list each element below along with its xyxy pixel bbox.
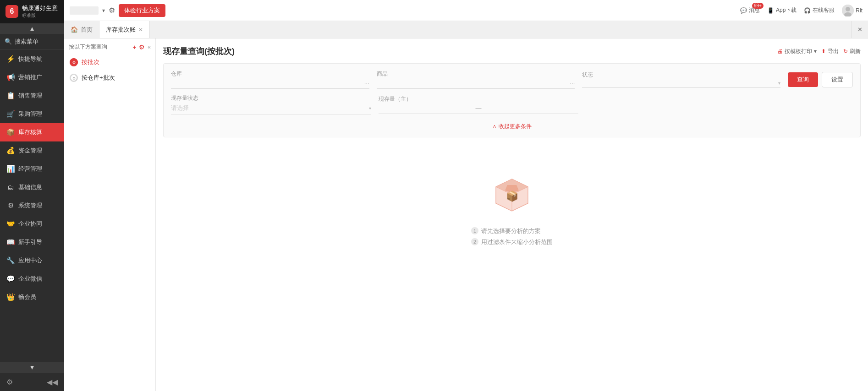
- sidebar-item-label: 营销推广: [18, 73, 42, 81]
- collapse-more-btn[interactable]: ∧ 收起更多条件: [171, 120, 853, 130]
- sidebar-item-label: 采购管理: [18, 110, 42, 118]
- sidebar-scroll-down[interactable]: ▼: [0, 362, 64, 373]
- scheme-header-label: 按以下方案查询: [69, 43, 107, 51]
- settings-bottom-icon[interactable]: ⚙: [6, 378, 13, 386]
- tab-inventory-batch[interactable]: 库存批次账 ✕: [99, 21, 150, 38]
- breadcrumb-dropdown-icon[interactable]: ▾: [102, 7, 105, 14]
- refresh-label: 刷新: [850, 48, 861, 55]
- topbar-settings-icon[interactable]: ⚙: [109, 6, 115, 15]
- collapse-sidebar-icon[interactable]: ◀◀: [47, 378, 58, 386]
- purchase-icon: 🛒: [6, 110, 15, 118]
- tabbar: 🏠 首页 库存批次账 ✕ ✕: [64, 21, 868, 38]
- add-scheme-icon[interactable]: +: [132, 43, 136, 51]
- content-area: 按以下方案查询 + ⚙ « ⚙ 按批次 ⚙ 按仓库+批次: [64, 38, 868, 391]
- user-menu[interactable]: Rit: [842, 5, 863, 16]
- sidebar-scroll-up[interactable]: ▲: [0, 23, 64, 34]
- settings-button[interactable]: 设置: [822, 72, 853, 87]
- operations-icon: 📊: [6, 165, 15, 173]
- stock-qty-from[interactable]: [379, 105, 472, 112]
- sidebar-bottom: ⚙ ◀◀: [0, 373, 64, 391]
- app-download-label: App下载: [776, 6, 797, 14]
- tab-panel-close[interactable]: ✕: [852, 21, 868, 38]
- main-area: ▾ ⚙ 体验行业方案 💬 消息 99+ 📱 App下载 🎧 在线客服: [64, 0, 868, 391]
- tab-home[interactable]: 🏠 首页: [64, 21, 99, 38]
- warehouse-input[interactable]: [171, 80, 362, 87]
- tip-text-2: 用过滤条件来缩小分析范围: [481, 238, 553, 246]
- sidebar-item-system[interactable]: ⚙ 系统管理: [0, 196, 64, 215]
- sidebar-item-label: 企业协同: [18, 220, 42, 228]
- export-label: 导出: [828, 48, 839, 55]
- trial-btn[interactable]: 体验行业方案: [119, 4, 165, 17]
- scheme-collapse-icon[interactable]: «: [148, 44, 151, 50]
- sidebar-item-newbie[interactable]: 📖 新手引导: [0, 233, 64, 251]
- messages-btn[interactable]: 💬 消息 99+: [740, 6, 760, 14]
- scheme-panel: 按以下方案查询 + ⚙ « ⚙ 按批次 ⚙ 按仓库+批次: [64, 38, 156, 391]
- scheme-settings-icon[interactable]: ⚙: [139, 43, 145, 51]
- status-label: 状态: [582, 71, 780, 79]
- sidebar-item-app-center[interactable]: 🔧 应用中心: [0, 251, 64, 270]
- page-actions: 🖨 按模板打印 ▾ ⬆ 导出 ↻ 刷新: [777, 48, 861, 55]
- status-select[interactable]: ▾: [582, 81, 780, 88]
- empty-tip-1: 1 请先选择要分析的方案: [471, 227, 553, 235]
- product-input[interactable]: [377, 80, 567, 87]
- scheme-item-label: 按仓库+批次: [82, 74, 115, 82]
- app-download-btn[interactable]: 📱 App下载: [767, 6, 797, 14]
- svg-text:📦: 📦: [506, 190, 519, 202]
- stock-status-field: 现存量状态 请选择 ▾: [171, 94, 371, 114]
- product-input-row: ···: [377, 80, 575, 89]
- home-icon: 🏠: [71, 26, 78, 33]
- sidebar-item-label: 企业微信: [18, 275, 42, 283]
- sidebar-item-marketing[interactable]: 📢 营销推广: [0, 68, 64, 87]
- svg-point-1: [846, 7, 850, 11]
- stock-qty-to[interactable]: [485, 105, 579, 112]
- app-center-icon: 🔧: [6, 256, 15, 265]
- sidebar-item-label: 基础信息: [18, 183, 42, 191]
- tab-close-icon[interactable]: ✕: [138, 27, 143, 33]
- filter-row-1: 仓库 ··· 商品 ···: [171, 70, 853, 89]
- query-button[interactable]: 查询: [788, 72, 818, 87]
- tab-inventory-label: 库存批次账: [106, 26, 136, 34]
- stock-status-select[interactable]: 请选择 ▾: [171, 104, 371, 114]
- stock-qty-label: 现存量（主）: [379, 95, 579, 103]
- tip-text-1: 请先选择要分析的方案: [481, 227, 541, 235]
- sidebar-item-label: 新手引导: [18, 238, 42, 246]
- sidebar-item-operations[interactable]: 📊 经营管理: [0, 160, 64, 178]
- warehouse-more-icon[interactable]: ···: [364, 80, 369, 87]
- sidebar-item-label: 快捷导航: [18, 55, 42, 63]
- print-btn[interactable]: 🖨 按模板打印 ▾: [777, 48, 817, 55]
- scheme-dot-inactive: ⚙: [70, 74, 78, 82]
- sidebar-item-wechat[interactable]: 💬 企业微信: [0, 270, 64, 288]
- product-more-icon[interactable]: ···: [570, 80, 575, 87]
- print-dropdown-icon[interactable]: ▾: [814, 48, 817, 54]
- svg-text:⚙: ⚙: [72, 76, 76, 81]
- app-subtitle: 标准版: [22, 12, 58, 19]
- headphone-icon: 🎧: [804, 7, 811, 14]
- vip-icon: 👑: [6, 293, 15, 301]
- sidebar-item-label: 销售管理: [18, 92, 42, 100]
- export-btn[interactable]: ⬆ 导出: [821, 48, 839, 55]
- warehouse-input-row: ···: [171, 80, 369, 89]
- query-content: 现存量查询(按批次) 🖨 按模板打印 ▾ ⬆ 导出 ↻ 刷新: [156, 38, 868, 391]
- sidebar-item-basic-info[interactable]: 🗂 基础信息: [0, 178, 64, 196]
- search-menu[interactable]: 🔍 搜索菜单: [0, 34, 64, 50]
- search-icon: 🔍: [5, 38, 12, 45]
- basic-info-icon: 🗂: [6, 183, 15, 191]
- sidebar-item-finance[interactable]: 💰 资金管理: [0, 141, 64, 160]
- refresh-icon: ↻: [843, 48, 848, 54]
- sidebar-item-sales[interactable]: 📋 销售管理: [0, 87, 64, 105]
- print-icon: 🖨: [777, 48, 783, 54]
- online-service-label: 在线客服: [813, 6, 835, 14]
- message-icon: 💬: [740, 7, 747, 14]
- sidebar-item-inventory[interactable]: 📦 库存核算: [0, 123, 64, 141]
- sidebar-item-vip[interactable]: 👑 畅会员: [0, 288, 64, 306]
- online-service-btn[interactable]: 🎧 在线客服: [804, 6, 835, 14]
- scheme-item-warehouse-batch[interactable]: ⚙ 按仓库+批次: [64, 70, 155, 86]
- avatar: [842, 5, 854, 16]
- scheme-item-batch[interactable]: ⚙ 按批次: [64, 54, 155, 70]
- sidebar-item-enterprise[interactable]: 🤝 企业协同: [0, 215, 64, 233]
- sidebar-item-quick-nav[interactable]: ⚡ 快捷导航: [0, 50, 64, 68]
- sidebar-item-purchase[interactable]: 🛒 采购管理: [0, 105, 64, 123]
- breadcrumb: [70, 6, 99, 15]
- refresh-btn[interactable]: ↻ 刷新: [843, 48, 861, 55]
- export-icon: ⬆: [821, 48, 826, 54]
